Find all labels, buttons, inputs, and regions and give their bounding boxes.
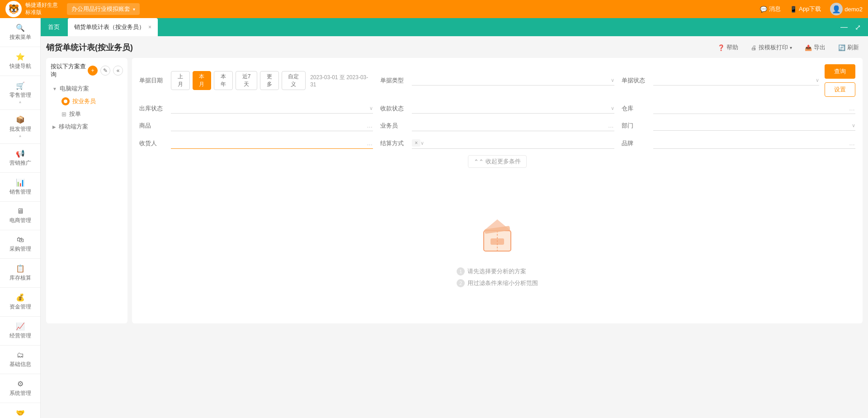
tip-num-2: 2 — [457, 279, 465, 287]
doc-status-col: 单据状态 ∨ — [622, 76, 819, 86]
help-icon: ❓ — [717, 44, 725, 51]
collapse-btn[interactable]: ⌃⌃ 收起更多条件 — [468, 155, 527, 168]
date-filter: 上月 本月 本年 近7天 更多 自定义 2023-03-01 至 2023-03… — [171, 71, 373, 90]
export-btn[interactable]: 📤 导出 — [801, 42, 829, 53]
sidebar-item-operations[interactable]: 📈 经营管理 — [0, 317, 40, 346]
date-custom-btn[interactable]: 自定义 — [282, 71, 306, 90]
shortcut-icon: ⭐ — [2, 52, 38, 61]
print-btn[interactable]: 🖨 按模板打印 ▾ — [747, 42, 796, 53]
empty-icon — [475, 215, 520, 260]
add-scheme-btn[interactable]: + — [88, 66, 98, 76]
message-btn[interactable]: 💬 消息 — [760, 5, 781, 13]
date-this-month-btn[interactable]: 本月 — [193, 71, 212, 90]
dept-select[interactable]: ∨ — [653, 121, 855, 131]
left-panel-header: 按以下方案查询 + ✎ « — [51, 62, 123, 79]
tree-subitem-order-inner[interactable]: ⊞ 按单 — [60, 108, 123, 120]
account-dropdown[interactable]: 办公用品行业模拟账套 ▾ — [67, 3, 140, 15]
left-panel-title: 按以下方案查询 — [51, 62, 88, 79]
doc-type-label: 单据类型 — [380, 76, 412, 85]
sidebar-item-search[interactable]: 🔍 搜索菜单 — [0, 18, 40, 47]
sales-icon: 📊 — [2, 178, 38, 187]
query-buttons: 查询 设置 — [825, 64, 855, 97]
sidebar-item-shortcut[interactable]: ⭐ 快捷导航 — [0, 47, 40, 76]
sidebar: 🔍 搜索菜单 ⭐ 快捷导航 🛒 零售管理 ▴ 📦 批发管理 ▴ 📢 营销推广 — [0, 18, 41, 418]
empty-tips: 1 请先选择要分析的方案 2 用过滤条件来缩小分析范围 — [457, 267, 538, 287]
payment-status-label: 收款状态 — [380, 104, 412, 113]
doc-status-row: 单据状态 ∨ 查询 设置 — [622, 64, 855, 97]
sidebar-item-purchase[interactable]: 🛍 采购管理 — [0, 230, 40, 259]
doc-status-select[interactable]: ∨ — [653, 76, 819, 86]
payment-method-tag: × — [412, 139, 420, 147]
print-icon: 🖨 — [751, 44, 757, 51]
payment-method-tag-close[interactable]: × — [415, 140, 418, 146]
payment-status-select[interactable]: ∨ — [412, 104, 614, 114]
tab-active-label: 销货单统计表（按业务员） — [74, 23, 145, 31]
payment-method-label: 结算方式 — [380, 139, 412, 147]
app-download-btn[interactable]: 📱 App下载 — [790, 5, 821, 13]
download-icon: 📱 — [790, 6, 797, 13]
tab-fullscreen-btn[interactable]: ⤢ — [853, 21, 863, 33]
refresh-btn[interactable]: 🔄 刷新 — [835, 42, 863, 53]
empty-state: 1 请先选择要分析的方案 2 用过滤条件来缩小分析范围 — [132, 179, 863, 323]
out-status-select[interactable]: ∨ — [171, 104, 373, 114]
doc-status-arrow: ∨ — [816, 77, 819, 83]
tree-subitem-salesperson-inner[interactable]: 按业务员 — [60, 95, 123, 108]
warehouse-select[interactable]: … — [653, 103, 855, 114]
print-arrow-icon: ▾ — [790, 45, 792, 50]
sidebar-item-ecommerce[interactable]: 🖥 电商管理 — [0, 202, 40, 230]
page-title: 销货单统计表(按业务员) — [46, 42, 133, 53]
sidebar-item-inventory[interactable]: 📋 库存核算 — [0, 259, 40, 288]
mobile-expand-icon: ▶ — [52, 124, 56, 129]
grid-icon: ⊞ — [61, 111, 66, 118]
sidebar-item-basic[interactable]: 🗂 基础信息 — [0, 346, 40, 374]
brand-select[interactable]: … — [653, 138, 855, 149]
tree-item-mobile-label: 移动端方案 — [59, 123, 88, 131]
app-logo: 🐯 — [5, 1, 22, 17]
tab-active[interactable]: 销货单统计表（按业务员） × — [68, 18, 158, 36]
basic-icon: 🗂 — [2, 351, 38, 359]
out-status-label: 出库状态 — [139, 104, 171, 113]
sidebar-item-enterprise[interactable]: 🤝 企业协同 — [0, 403, 40, 418]
query-btn[interactable]: 查询 — [825, 64, 855, 79]
finance-icon: 💰 — [2, 293, 38, 302]
salesperson-select[interactable]: … — [412, 120, 614, 131]
setting-btn[interactable]: 设置 — [825, 82, 855, 97]
tab-maximize-btn[interactable]: — — [839, 21, 849, 33]
sidebar-item-retail[interactable]: 🛒 零售管理 ▴ — [0, 76, 40, 110]
date-7days-btn[interactable]: 近7天 — [236, 71, 257, 90]
tree-item-desktop[interactable]: ▼ 电脑端方案 — [51, 82, 123, 95]
date-label: 单据日期 — [139, 76, 171, 85]
goods-col: 商品 … — [139, 120, 373, 131]
date-last-month-btn[interactable]: 上月 — [171, 71, 190, 90]
enterprise-icon: 🤝 — [2, 408, 38, 417]
user-menu[interactable]: 👤 demo2 — [830, 3, 863, 15]
edit-scheme-btn[interactable]: ✎ — [100, 66, 110, 76]
page-actions: ❓ 帮助 🖨 按模板打印 ▾ 📤 导出 🔄 — [714, 42, 863, 53]
receiver-select[interactable]: … — [171, 138, 373, 149]
doc-type-select[interactable]: ∨ — [412, 76, 614, 86]
out-status-col: 出库状态 ∨ — [139, 104, 373, 114]
sidebar-item-marketing[interactable]: 📢 营销推广 — [0, 144, 40, 173]
collapse-panel-btn[interactable]: « — [113, 66, 123, 76]
operations-icon: 📈 — [2, 322, 38, 331]
tab-bar: 首页 销货单统计表（按业务员） × — ⤢ — [41, 18, 868, 36]
tab-home[interactable]: 首页 — [41, 18, 67, 36]
wholesale-icon: 📦 — [16, 115, 25, 124]
tab-close-icon[interactable]: × — [148, 24, 151, 30]
date-this-year-btn[interactable]: 本年 — [214, 71, 233, 90]
payment-method-select[interactable]: × ∨ — [412, 138, 614, 149]
dept-label: 部门 — [622, 122, 653, 130]
payment-method-arrow: ∨ — [420, 140, 424, 146]
page-header: 销货单统计表(按业务员) ❓ 帮助 🖨 按模板打印 ▾ 📤 — [46, 42, 863, 53]
tree-item-mobile[interactable]: ▶ 移动端方案 — [51, 120, 123, 133]
sidebar-item-sales[interactable]: 📊 销售管理 — [0, 173, 40, 202]
date-filter-col: 单据日期 上月 本月 本年 近7天 更多 自定义 2023-03-01 至 20… — [139, 71, 373, 90]
date-more-btn[interactable]: 更多 — [260, 71, 279, 90]
sidebar-item-wholesale[interactable]: 📦 批发管理 ▴ — [0, 110, 40, 144]
sidebar-item-finance[interactable]: 💰 资金管理 — [0, 288, 40, 317]
sidebar-item-system[interactable]: ⚙ 系统管理 — [0, 374, 40, 403]
payment-status-col: 收款状态 ∨ — [380, 104, 614, 114]
message-icon: 💬 — [760, 6, 767, 13]
help-btn[interactable]: ❓ 帮助 — [714, 42, 742, 53]
goods-select[interactable]: … — [171, 120, 373, 131]
